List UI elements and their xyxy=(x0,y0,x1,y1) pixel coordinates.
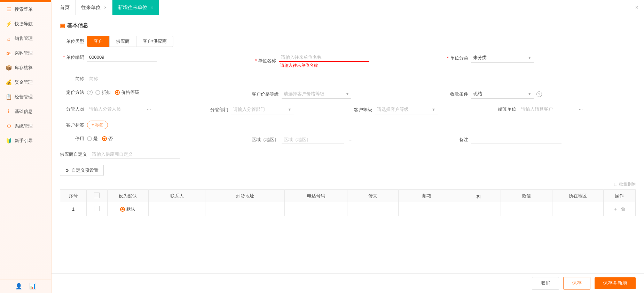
row-email-input[interactable] xyxy=(413,205,441,213)
close-partners-tab[interactable]: × xyxy=(104,5,107,10)
header-checkbox[interactable] xyxy=(94,193,100,198)
row-actions: ＋ 🗑 xyxy=(603,202,635,216)
payment-terms-select[interactable]: 现结 ▼ xyxy=(471,89,534,99)
supplier-custom-input[interactable] xyxy=(90,150,180,158)
row-address-input[interactable] xyxy=(224,205,266,213)
sidebar-item-label: 快捷导航 xyxy=(15,21,33,27)
row-default-radio[interactable]: 默认 xyxy=(111,206,145,212)
form-area: ▣ 基本信息 单位类型 客户 供应商 客户/供应商 单位编码 单位名称 xyxy=(52,15,644,273)
tabbar-close-all[interactable]: × xyxy=(633,5,641,11)
tab-home[interactable]: 首页 xyxy=(54,0,76,15)
table-toolbar: ☐ 批量删除 xyxy=(60,181,636,187)
unit-code-input[interactable] xyxy=(87,53,157,62)
row-checkbox[interactable] xyxy=(94,206,100,211)
unit-btn-supplier[interactable]: 供应商 xyxy=(109,36,136,47)
supplier-custom-row: 供应商自定义 xyxy=(60,150,636,158)
sidebar-item-sales-mgmt[interactable]: ⌂ 销售管理 xyxy=(0,31,51,46)
customer-price-level-select[interactable]: 请选择客户价格等级 ▼ xyxy=(282,89,351,99)
short-name-input[interactable] xyxy=(87,75,178,83)
unit-btn-customer[interactable]: 客户 xyxy=(87,36,109,47)
table-row: 1 默认 xyxy=(60,202,636,216)
default-radio-circle xyxy=(120,207,125,212)
tabbar: 首页 往来单位 × 新增往来单位 × × xyxy=(52,0,644,15)
sidebar-item-label: 销售管理 xyxy=(15,35,33,42)
gear-icon: ⚙ xyxy=(65,168,69,173)
row-region-input[interactable] xyxy=(566,205,590,213)
unit-category-group: 单位分类 未分类 ▼ xyxy=(444,53,636,63)
cancel-button[interactable]: 取消 xyxy=(532,277,559,290)
remark-input[interactable] xyxy=(471,136,561,144)
save-new-button[interactable]: 保存并新增 xyxy=(595,277,636,289)
stop-yes-label: 是 xyxy=(93,136,98,142)
category-arrow-icon: ▼ xyxy=(528,56,532,60)
stop-radio-group: 是 否 xyxy=(87,136,113,142)
pricing-method-label: 定价方法 xyxy=(60,89,84,96)
add-row-icon[interactable]: ＋ xyxy=(613,206,618,212)
sidebar-item-basic-info[interactable]: ℹ 基础信息 xyxy=(0,104,51,119)
region-more-icon[interactable]: ··· xyxy=(347,137,354,143)
pricing-radio-group: 折扣 价格等级 xyxy=(95,89,139,96)
row-fax-input[interactable] xyxy=(361,205,385,213)
row-contact-input[interactable] xyxy=(163,205,191,213)
tab-new-partner-label: 新增往来单位 xyxy=(118,5,147,11)
sidebar-item-finance[interactable]: 💰 资金管理 xyxy=(0,75,51,90)
unit-name-group: 单位名称 请输入往来单位名称 xyxy=(252,53,443,68)
stop-no-radio[interactable]: 否 xyxy=(102,136,113,142)
section-title: ▣ 基本信息 xyxy=(60,22,636,29)
dept-select[interactable]: 请输入分管部门 ▼ xyxy=(231,105,294,114)
col-email: 邮箱 xyxy=(399,190,455,202)
stop-group: 停用 是 否 xyxy=(60,136,252,142)
stats-icon[interactable]: 📊 xyxy=(29,283,36,290)
manager-label: 分管人员 xyxy=(60,106,84,112)
sidebar-item-label: 库存核算 xyxy=(15,65,33,71)
short-name-row: 简称 xyxy=(60,75,636,83)
pricing-help-icon[interactable]: ? xyxy=(87,90,93,95)
customer-level-select[interactable]: 请选择客户等级 ▼ xyxy=(375,105,438,114)
unit-btn-both[interactable]: 客户/供应商 xyxy=(136,36,173,47)
tab-new-partner[interactable]: 新增往来单位 × xyxy=(112,0,159,15)
unit-name-input[interactable] xyxy=(279,53,369,62)
settlement-more-icon[interactable]: ··· xyxy=(578,106,584,112)
sidebar-item-search-menu[interactable]: ☰ 搜索菜单 xyxy=(0,2,51,17)
stop-yes-radio[interactable]: 是 xyxy=(87,136,98,142)
settlement-input[interactable] xyxy=(519,105,575,113)
row-phone-input[interactable] xyxy=(300,205,332,213)
custom-settings-wrapper: ⚙ 自定义项设置 xyxy=(60,165,636,176)
user-icon[interactable]: 👤 xyxy=(15,283,22,290)
unit-category-select[interactable]: 未分类 ▼ xyxy=(471,53,534,63)
payment-help-icon[interactable]: ? xyxy=(536,91,542,97)
contact-table-section: ☐ 批量删除 序号 设为默认 联系人 到货地址 电话号码 传真 xyxy=(60,181,636,216)
save-button[interactable]: 保存 xyxy=(563,277,590,290)
row-qq-input[interactable] xyxy=(468,205,488,213)
tab-home-label: 首页 xyxy=(60,5,70,11)
sidebar-item-sys-mgmt[interactable]: ⚙ 系统管理 xyxy=(0,119,51,133)
batch-delete-button[interactable]: ☐ 批量删除 xyxy=(614,181,636,187)
pricing-radio-discount[interactable]: 折扣 xyxy=(95,89,111,96)
short-name-group: 简称 xyxy=(60,75,636,83)
sidebar-item-operations[interactable]: 📋 经营管理 xyxy=(0,90,51,104)
add-tag-button[interactable]: + 标签 xyxy=(87,121,108,129)
unit-code-group: 单位编码 xyxy=(60,53,252,62)
manager-input[interactable] xyxy=(87,105,143,113)
close-new-partner-tab[interactable]: × xyxy=(151,5,153,10)
purchase-icon: 🛍 xyxy=(6,50,12,56)
tab-partners[interactable]: 往来单位 × xyxy=(76,0,112,15)
sidebar-item-quick-nav[interactable]: ⚡ 快捷导航 xyxy=(0,17,51,31)
sidebar-item-label: 资金管理 xyxy=(15,79,33,86)
finance-icon: 💰 xyxy=(6,79,12,86)
unit-category-label: 单位分类 xyxy=(444,55,468,61)
pricing-radio-price-level[interactable]: 价格等级 xyxy=(115,89,139,96)
sidebar-item-inventory[interactable]: 📦 库存核算 xyxy=(0,60,51,75)
sidebar-item-purchase-mgmt[interactable]: 🛍 采购管理 xyxy=(0,46,51,60)
manager-more-icon[interactable]: ··· xyxy=(146,106,152,112)
sidebar-item-new-guide[interactable]: 🔰 新手引导 xyxy=(0,133,51,148)
row-wechat-input[interactable] xyxy=(514,205,539,213)
tags-row: 客户标签 + 标签 xyxy=(60,121,636,129)
manager-group: 分管人员 ··· xyxy=(60,105,204,113)
region-input[interactable] xyxy=(282,136,344,144)
customer-price-placeholder: 请选择客户价格等级 xyxy=(284,91,324,97)
supplier-custom-group: 供应商自定义 xyxy=(60,150,636,158)
contact-table: 序号 设为默认 联系人 到货地址 电话号码 传真 邮箱 qq 微信 所在地区 xyxy=(60,189,636,216)
custom-settings-button[interactable]: ⚙ 自定义项设置 xyxy=(60,165,104,176)
delete-row-icon[interactable]: 🗑 xyxy=(621,206,626,212)
